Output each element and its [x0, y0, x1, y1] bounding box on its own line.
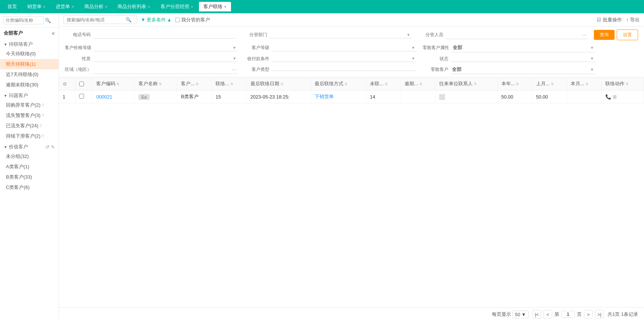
nature-arrow-icon: ▼	[232, 56, 236, 61]
customer-type-select[interactable]	[272, 68, 416, 71]
row-uncontact: 14	[366, 90, 401, 103]
settings-button[interactable]: 设置	[617, 30, 638, 40]
retail-attr-select[interactable]: 全部 ▼	[451, 43, 595, 52]
export-btn[interactable]: ↑ 导出	[626, 17, 640, 23]
help-icon[interactable]: ?	[39, 124, 42, 128]
dept-select[interactable]: ▼	[269, 32, 412, 38]
sidebar-item-B类客户(33)[interactable]: B类客户(33)	[0, 172, 59, 182]
nav-item-商品分析列表[interactable]: 商品分析列表×	[113, 2, 154, 11]
col-往来单位联系人: 往来单位联系人⇅	[435, 77, 497, 90]
nav-item-客户分层经营[interactable]: 客户分层经营×	[156, 2, 197, 11]
sort-icon[interactable]: ⇅	[385, 82, 388, 86]
status-label: 状态	[423, 56, 448, 62]
more-conditions-btn[interactable]: ▼ 更多条件 ▲	[141, 17, 172, 23]
gear-icon[interactable]: ⚙	[63, 81, 67, 87]
sort-icon[interactable]: ⇅	[159, 82, 162, 86]
nav-item-首页[interactable]: 首页	[3, 2, 21, 11]
sidebar-group-价值客户[interactable]: ▼价值客户↺✎	[0, 141, 59, 151]
close-tab-icon[interactable]: ×	[71, 4, 74, 9]
edit-group-icon[interactable]: ✎	[51, 144, 55, 150]
sidebar-item-未分组(32)[interactable]: 未分组(32)	[0, 151, 59, 162]
sort-icon[interactable]: ⇅	[585, 82, 588, 86]
prev-page-btn[interactable]: <	[543, 310, 552, 319]
sidebar-group-待联络客户[interactable]: ▼待联络客户	[0, 39, 59, 49]
sidebar-search-icon[interactable]: 🔍	[45, 18, 51, 23]
refresh-icon[interactable]: ↺	[45, 144, 49, 150]
last-page-btn[interactable]: >|	[595, 310, 604, 319]
sidebar-search-input[interactable]	[3, 16, 43, 24]
help-icon[interactable]: ?	[42, 113, 44, 118]
next-page-btn[interactable]: >	[584, 310, 593, 319]
select-all-checkbox[interactable]	[79, 82, 84, 86]
retail-customer-select[interactable]: 全部 ▼	[451, 65, 595, 74]
query-button[interactable]: 查询	[594, 30, 615, 40]
data-table: ⚙客户编码⇅客户名称⇅客户...⇅联络...⇅最后联络日期⇅最后联络方式⇅未联.…	[59, 77, 644, 103]
help-icon[interactable]: ?	[42, 103, 44, 107]
sort-icon[interactable]: ⇅	[196, 82, 199, 86]
sidebar-group-问题客户[interactable]: ▼问题客户	[0, 90, 59, 100]
sidebar-item-A类客户(1)[interactable]: A类客户(1)	[0, 162, 59, 172]
sidebar-item-流失预警客户(3)[interactable]: 流失预警客户(3)?	[0, 110, 59, 121]
nav-item-客户联络[interactable]: 客户联络×	[199, 2, 231, 11]
filter-search-icon[interactable]: 🔍	[126, 17, 132, 23]
all-customers-header[interactable]: 全部客户 «	[0, 28, 59, 39]
sort-icon[interactable]: ⇅	[280, 82, 283, 86]
row-customer-type: B类客户	[177, 90, 212, 103]
customer-code-link[interactable]: 000021	[96, 94, 112, 100]
collapse-icon[interactable]: «	[52, 30, 55, 37]
filter-manager: 分管人员 ···	[417, 31, 588, 39]
col-本月...: 本月...⇅	[567, 77, 601, 90]
per-page-value: 50	[515, 312, 520, 317]
close-tab-icon[interactable]: ×	[224, 4, 226, 9]
filter-search-box: 🔍	[63, 15, 137, 24]
nav-item-进货单[interactable]: 进货单×	[51, 2, 78, 11]
col-客户...: 客户...⇅	[177, 77, 212, 90]
sort-icon[interactable]: ⇅	[116, 82, 119, 86]
sort-icon[interactable]: ⇅	[344, 82, 347, 86]
nature-select[interactable]: ▼	[93, 55, 238, 62]
phone-input[interactable]	[93, 31, 235, 39]
help-icon[interactable]: ?	[42, 134, 44, 138]
status-select[interactable]: ▼	[451, 55, 595, 62]
page-size-box[interactable]: 50 ▼	[512, 311, 529, 318]
close-tab-icon[interactable]: ×	[191, 4, 193, 9]
nav-item-商品分析[interactable]: 商品分析×	[80, 2, 112, 11]
sort-icon[interactable]: ⇅	[551, 82, 554, 86]
customer-price-select[interactable]: ▼	[94, 45, 238, 51]
row-phone-action[interactable]: 📞	[605, 94, 611, 100]
filter-search-input[interactable]	[67, 17, 126, 23]
customer-level-select[interactable]: ▼	[272, 45, 416, 51]
payment-select[interactable]: ▼	[272, 55, 416, 62]
sidebar-item-持续下滑客户(2)[interactable]: 持续下滑客户(2)?	[0, 131, 59, 141]
nav-item-销货单[interactable]: 销货单×	[23, 2, 50, 11]
first-page-btn[interactable]: |<	[532, 310, 541, 319]
sort-icon[interactable]: ⇅	[626, 82, 629, 86]
sidebar-item-已流失客户(24)[interactable]: 已流失客户(24)?	[0, 121, 59, 131]
my-customers-checkbox[interactable]: 我分管的客户	[175, 17, 210, 23]
page-number-input[interactable]	[561, 311, 575, 318]
sort-icon[interactable]: ⇅	[516, 82, 519, 86]
sidebar-item-逾期未联络(30)[interactable]: 逾期未联络(30)	[0, 80, 59, 90]
sort-icon[interactable]: ⇅	[419, 82, 422, 86]
region-select[interactable]: ···	[94, 65, 238, 74]
filter-actions: 查询 设置	[594, 30, 638, 40]
manager-select[interactable]: ···	[445, 31, 588, 39]
sidebar-item-近7天待联络(0)[interactable]: 近7天待联络(0)	[0, 69, 59, 80]
sort-icon[interactable]: ⇅	[474, 82, 477, 86]
row-select-checkbox[interactable]	[79, 94, 84, 99]
sidebar-search-area: 🔍	[0, 13, 59, 28]
sidebar-item-C类客户(6)[interactable]: C类客户(6)	[0, 182, 59, 193]
row-grid-action[interactable]: ⊞	[613, 94, 617, 100]
export-icon: ↑	[626, 17, 629, 23]
close-tab-icon[interactable]: ×	[105, 4, 107, 9]
sidebar-item-回购异常客户(2)[interactable]: 回购异常客户(2)?	[0, 100, 59, 110]
close-tab-icon[interactable]: ×	[148, 4, 150, 9]
sort-icon[interactable]: ⇅	[230, 82, 233, 86]
contact-method-link[interactable]: 下销货单	[315, 94, 334, 99]
batch-op-btn[interactable]: ☑ 批量操作	[597, 17, 622, 23]
dept-arrow-icon: ▼	[406, 33, 410, 37]
payment-arrow-icon: ▼	[412, 56, 415, 61]
close-tab-icon[interactable]: ×	[43, 4, 45, 9]
sidebar-item-明天待联络(1)[interactable]: 明天待联络(1)	[0, 59, 59, 69]
sidebar-item-今天待联络(0)[interactable]: 今天待联络(0)	[0, 49, 59, 59]
